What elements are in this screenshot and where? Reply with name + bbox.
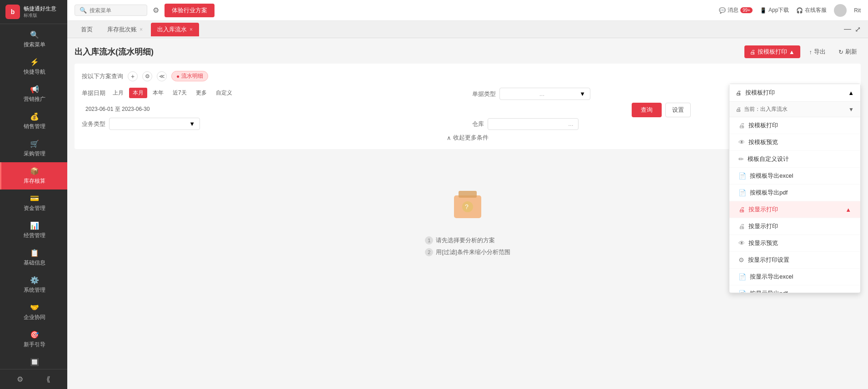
query-actions: 查询 设置 — [632, 103, 691, 117]
doc-type-select[interactable]: … ▼ — [499, 88, 590, 100]
industry-btn[interactable]: 体验行业方案 — [165, 4, 215, 17]
message-btn[interactable]: 💬 消息 99+ — [719, 6, 753, 14]
panel-scroll: 🖨 当前：出入库流水 ▼ 🖨 按模板打印 👁 按模板预览 ✏ 模板自定义设计 — [729, 102, 860, 293]
system-icon: ⚙️ — [30, 276, 39, 284]
sidebar-item-basic[interactable]: 📋 基础信息 — [0, 244, 67, 271]
panel-item-display-print-settings[interactable]: ⚙ 按显示打印设置 — [729, 252, 860, 269]
settings-button[interactable]: 设置 — [665, 103, 691, 117]
tab-batch-account[interactable]: 库存批次账 × — [101, 23, 149, 36]
export-icon: ↑ — [809, 49, 813, 55]
refresh-btn[interactable]: ↻ 刷新 — [835, 46, 861, 58]
app-name: 畅捷通好生意 — [24, 5, 56, 13]
panel-section-display-print[interactable]: 🖨 按显示打印 ▲ — [729, 201, 860, 218]
tab-flow-close[interactable]: × — [190, 26, 193, 33]
filter-add-button[interactable]: + — [128, 71, 138, 81]
filter-chip-label: 流水明细 — [181, 72, 203, 80]
biz-type-filter-field: 业务类型 ▼ — [82, 118, 463, 130]
current-icon: 🖨 — [736, 106, 741, 113]
date-tab-last-month[interactable]: 上月 — [109, 88, 127, 98]
chevron-up-panel-icon: ▲ — [848, 90, 854, 96]
svg-rect-1 — [459, 191, 477, 198]
tabs-right-actions: — ⤢ — [844, 25, 861, 34]
panel-header[interactable]: 🖨 按模板打印 ▲ — [729, 84, 860, 102]
search-icon: 🔍 — [80, 7, 87, 14]
enterprise-icon: 🤝 — [30, 303, 39, 312]
sidebar-item-quick-nav[interactable]: ⚡ 快捷导航 — [0, 53, 67, 80]
tab-batch-account-close[interactable]: × — [140, 26, 143, 33]
user-name[interactable]: Rit — [854, 7, 861, 14]
display-settings-icon: ⚙ — [738, 256, 744, 264]
panel-item-display-print[interactable]: 🖨 按显示打印 — [729, 218, 860, 235]
user-avatar[interactable] — [834, 4, 847, 17]
header-gear-icon[interactable]: ⚙ — [153, 6, 159, 15]
filter-settings-button[interactable]: ⚙ — [142, 71, 152, 81]
empty-icon: ? — [445, 182, 490, 227]
date-tab-this-year[interactable]: 本年 — [149, 88, 167, 98]
sidebar-bottom: ⚙ ⟪ — [0, 369, 67, 389]
date-tab-custom[interactable]: 自定义 — [212, 88, 236, 98]
panel-item-template-print[interactable]: 🖨 按模板打印 — [729, 117, 860, 134]
date-tab-more[interactable]: 更多 — [192, 88, 210, 98]
operation-icon: 📊 — [30, 221, 39, 230]
tip-text-2: 用[过滤]条件来缩小分析范围 — [436, 246, 510, 258]
tab-bar: 首页 库存批次账 × 出入库流水 × — ⤢ — [67, 21, 868, 38]
date-field-label: 单据日期 — [82, 89, 105, 97]
sidebar-item-inventory[interactable]: 📦 库存核算 — [0, 162, 67, 190]
purchase-icon: 🛒 — [30, 140, 39, 148]
tab-home[interactable]: 首页 — [75, 23, 99, 36]
tip-text-1: 请先选择要分析的方案 — [436, 234, 495, 246]
sidebar-item-sales[interactable]: 💰 销售管理 — [0, 108, 67, 135]
panel-item-template-pdf[interactable]: 📄 按模板导出pdf — [729, 185, 860, 201]
more-btn[interactable]: … — [539, 91, 545, 97]
tab-maximize-icon[interactable]: ⤢ — [855, 25, 861, 34]
panel-item-template-custom[interactable]: ✏ 模板自定义设计 — [729, 151, 860, 168]
collapse-sidebar-icon[interactable]: ⟪ — [46, 375, 50, 384]
refresh-icon: ↻ — [838, 49, 843, 55]
basic-icon: 📋 — [30, 249, 39, 257]
display-excel-icon: 📄 — [738, 273, 746, 280]
panel-item-display-preview[interactable]: 👁 按显示预览 — [729, 235, 860, 252]
biz-type-select[interactable]: ▼ — [109, 118, 200, 130]
online-service-btn[interactable]: 🎧 在线客服 — [796, 6, 827, 14]
search-input[interactable] — [90, 7, 142, 14]
header-search-box[interactable]: 🔍 — [75, 5, 147, 16]
tab-home-label: 首页 — [81, 25, 93, 34]
sidebar-item-purchase[interactable]: 🛒 采购管理 — [0, 135, 67, 162]
sidebar-item-operation[interactable]: 📊 经营管理 — [0, 217, 67, 244]
tab-minimize-icon[interactable]: — — [844, 25, 851, 34]
panel-item-display-pdf[interactable]: 📄 按显示导出pdf — [729, 285, 860, 293]
chevron-up-icon: ▲ — [789, 49, 795, 55]
sidebar-item-label: 采购管理 — [24, 150, 45, 158]
app-download-btn[interactable]: 📱 App下载 — [760, 6, 789, 14]
panel-header-label: 按模板打印 — [745, 89, 775, 97]
sidebar-nav: 🔍 搜索菜单 ⚡ 快捷导航 📢 营销推广 💰 销售管理 🛒 采购管理 📦 库存核… — [0, 24, 67, 369]
sidebar-item-label: 快捷导航 — [24, 68, 45, 76]
tip-item-1: 1 请先选择要分析的方案 — [425, 234, 510, 246]
tab-flow[interactable]: 出入库流水 × — [151, 23, 199, 36]
sidebar-item-label: 销售管理 — [24, 123, 45, 130]
sidebar-item-system[interactable]: ⚙️ 系统管理 — [0, 271, 67, 299]
date-tab-last-7[interactable]: 近7天 — [169, 88, 190, 98]
more-icon[interactable]: … — [568, 121, 574, 127]
query-button[interactable]: 查询 — [632, 103, 662, 117]
sidebar-item-search[interactable]: 🔍 搜索菜单 — [0, 26, 67, 53]
warehouse-select[interactable]: … — [488, 118, 579, 130]
sidebar-item-guide[interactable]: 🎯 新手引导 — [0, 326, 67, 353]
sidebar-item-label: 营销推广 — [24, 95, 45, 103]
panel-current-label: 🖨 当前：出入库流水 ▼ — [729, 102, 860, 117]
panel-item-template-excel[interactable]: 📄 按模板导出excel — [729, 168, 860, 185]
panel-item-template-preview[interactable]: 👁 按模板预览 — [729, 134, 860, 151]
settings-bottom-icon[interactable]: ⚙ — [17, 375, 23, 384]
sidebar-item-app-center[interactable]: 🔲 应用中心 — [0, 353, 67, 369]
sidebar-item-label: 搜索菜单 — [24, 41, 45, 49]
date-tab-this-month[interactable]: 本月 — [129, 88, 147, 98]
filter-chip-liushuimingxi[interactable]: ● 流水明细 — [171, 71, 208, 81]
export-btn[interactable]: ↑ 导出 — [806, 46, 830, 58]
panel-item-display-excel[interactable]: 📄 按显示导出excel — [729, 269, 860, 285]
sidebar-item-finance[interactable]: 💳 资金管理 — [0, 190, 67, 217]
sidebar-item-marketing[interactable]: 📢 营销推广 — [0, 80, 67, 108]
biz-type-field-label: 业务类型 — [82, 120, 105, 128]
template-print-btn[interactable]: 🖨 按模板打印 ▲ — [744, 45, 800, 58]
filter-collapse-button[interactable]: ≪ — [157, 71, 167, 81]
sidebar-item-enterprise[interactable]: 🤝 企业协同 — [0, 299, 67, 326]
